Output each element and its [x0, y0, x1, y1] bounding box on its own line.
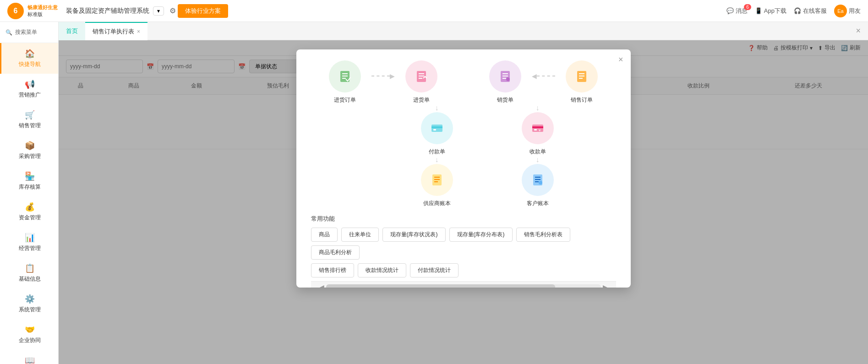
supplier-ledger-circle: [421, 164, 453, 196]
svg-rect-18: [431, 126, 442, 128]
modal-close-button[interactable]: ×: [618, 55, 623, 65]
payment-label: 付款单: [429, 148, 445, 156]
flow-row-arrows: ↓ ↓: [311, 104, 616, 112]
sales-icon: 🛒: [25, 110, 35, 120]
search-icon: 🔍: [5, 29, 12, 36]
sidebar-item-finance[interactable]: 💰 资金管理: [0, 196, 58, 227]
logo-icon: 6: [7, 3, 24, 19]
func-btn-product[interactable]: 商品: [311, 228, 338, 242]
func-btn-stock-dist[interactable]: 现存量(库存分布表): [449, 228, 513, 242]
sidebar-item-cooperation[interactable]: 🤝 企业协同: [0, 319, 58, 350]
func-btn-stock-status[interactable]: 现存量(库存状况表): [382, 228, 446, 242]
modal-overlay[interactable]: × 进货订单: [59, 40, 868, 364]
flow-row-2: 付款单 ¥ 收款单: [311, 112, 616, 156]
sidebar-item-sales[interactable]: 🛒 销售管理: [0, 104, 58, 135]
download-icon: 📱: [755, 7, 762, 14]
message-button[interactable]: 💬 消息 6: [726, 7, 748, 15]
page-content: ❓ 帮助 🖨 按模板打印 ▾ ⬆ 导出 🔄: [59, 40, 868, 364]
spacer-a3: [380, 156, 407, 164]
flow-row-1: 进货订单 ▶: [311, 60, 616, 104]
sidebar-item-system[interactable]: ⚙️ 系统管理: [0, 288, 58, 319]
top-right-area: 💬 消息 6 📱 App下载 🎧 在线客服 Ea 用友: [726, 5, 861, 17]
scroll-thumb: [326, 284, 555, 288]
modal-dialog: × 进货订单: [296, 49, 631, 288]
func-btn-product-profit[interactable]: 商品毛利分析: [311, 245, 360, 260]
common-functions-title: 常用功能: [311, 215, 616, 223]
flow-node-purchase-bill[interactable]: 进货单: [397, 60, 446, 104]
search-menu-button[interactable]: 🔍 搜索菜单: [4, 27, 55, 38]
func-btn-payment-stat[interactable]: 付款情况统计: [410, 263, 459, 277]
common-functions: 常用功能 商品 往来单位 现存量(库存状况表) 现存量(库存分布表) 销售毛利分…: [311, 215, 616, 277]
sidebar-item-purchase[interactable]: 📦 采购管理: [0, 135, 58, 166]
sidebar-item-operation[interactable]: 📊 经营管理: [0, 227, 58, 258]
spacer-arrow1: [380, 104, 407, 112]
user-avatar: Ea: [834, 5, 847, 17]
basic-info-label: 基础信息: [19, 275, 41, 283]
sales-bill-label: 销货单: [497, 96, 513, 104]
spacer-mid: [467, 104, 508, 112]
arrow-purchase-order-to-bill: ▶: [371, 72, 395, 80]
scroll-left-button[interactable]: ◀: [317, 283, 326, 288]
tab-close-button[interactable]: ×: [137, 28, 140, 35]
system-icon: ⚙️: [25, 294, 35, 304]
svg-rect-21: [532, 126, 543, 128]
purchase-bill-circle: [405, 60, 437, 92]
func-btn-sales-rank[interactable]: 销售排行榜: [311, 263, 354, 277]
flow-node-customer-ledger[interactable]: 客户账本: [508, 164, 568, 207]
svg-point-12: [506, 77, 510, 81]
spacer-po2: [320, 156, 380, 164]
system-label: 系统管理: [19, 306, 41, 314]
app-download-label: App下载: [764, 7, 786, 15]
arrow-down-receipt: ↓: [508, 156, 568, 164]
system-title: 装备及固定资产辅助管理系统 ▾ ⚙: [66, 5, 178, 17]
basic-info-icon: 📋: [25, 263, 35, 273]
flow-row-3: 供应商账本 客户账本: [311, 164, 616, 207]
sidebar-item-marketing[interactable]: 📢 营销推广: [0, 74, 58, 104]
arrow-down-purchase: ↓: [407, 104, 467, 112]
flow-node-supplier-ledger[interactable]: 供应商账本: [407, 164, 467, 207]
flow-node-receipt[interactable]: ¥ 收款单: [508, 112, 568, 156]
spacer-mid3: [467, 156, 508, 164]
sales-bill-circle: [489, 60, 521, 92]
sidebar-search[interactable]: 🔍 搜索菜单: [0, 22, 58, 43]
window-close-button[interactable]: ×: [848, 26, 868, 36]
customer-ledger-label: 客户账本: [527, 200, 549, 207]
scroll-right-button[interactable]: ▶: [601, 283, 610, 288]
user-area[interactable]: Ea 用友: [834, 5, 861, 17]
system-dropdown-button[interactable]: ▾: [153, 6, 164, 16]
marketing-label: 营销推广: [19, 91, 41, 99]
supplier-ledger-label: 供应商账本: [423, 200, 451, 207]
operation-icon: 📊: [25, 233, 35, 243]
func-btn-partner[interactable]: 往来单位: [341, 228, 379, 242]
sidebar-item-inventory[interactable]: 🏪 库存核算: [0, 166, 58, 196]
settings-button[interactable]: ⚙: [168, 5, 178, 17]
sales-label: 销售管理: [19, 122, 41, 130]
func-btn-receipt-stat[interactable]: 收款情况统计: [358, 263, 406, 277]
scroll-track[interactable]: [326, 284, 601, 288]
flow-node-sales-order[interactable]: 销售订单: [557, 60, 606, 104]
experience-button[interactable]: 体验行业方案: [178, 4, 228, 18]
app-download-button[interactable]: 📱 App下载: [755, 7, 786, 15]
svg-rect-22: [534, 129, 537, 130]
sidebar-item-newbie[interactable]: 📖 新手引导: [0, 350, 58, 364]
cooperation-icon: 🤝: [25, 325, 35, 335]
flow-node-sales-bill[interactable]: 销货单: [480, 60, 530, 104]
tab-bar: 首页 销售订单执行表 × ×: [59, 22, 868, 40]
sales-order-label: 销售订单: [571, 96, 593, 104]
func-btn-sales-profit[interactable]: 销售毛利分析表: [516, 228, 570, 242]
tab-home[interactable]: 首页: [59, 22, 85, 40]
message-badge: 6: [744, 4, 751, 10]
system-title-text: 装备及固定资产辅助管理系统: [66, 7, 149, 15]
spacer-po: [320, 104, 380, 112]
online-service-label: 在线客服: [803, 7, 827, 15]
online-service-button[interactable]: 🎧 在线客服: [794, 7, 827, 15]
flow-node-purchase-order[interactable]: 进货订单: [320, 60, 370, 104]
finance-label: 资金管理: [19, 214, 41, 222]
user-name: 用友: [849, 7, 861, 15]
sidebar-item-basic-info[interactable]: 📋 基础信息: [0, 258, 58, 288]
flow-node-payment[interactable]: 付款单: [407, 112, 467, 156]
tab-sales-order-exec[interactable]: 销售订单执行表 ×: [85, 22, 147, 40]
sidebar-item-quick-nav[interactable]: 🏠 快捷导航: [0, 43, 58, 74]
func-buttons-row1: 商品 往来单位 现存量(库存状况表) 现存量(库存分布表) 销售毛利分析表 商品…: [311, 228, 616, 260]
logo-line1: 畅康通好生意: [27, 4, 58, 11]
